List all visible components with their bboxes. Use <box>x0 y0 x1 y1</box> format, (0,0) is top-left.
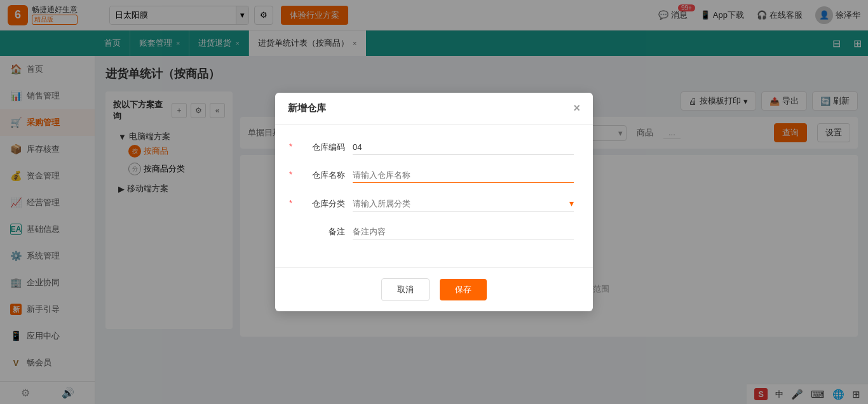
warehouse-category-input[interactable] <box>353 199 569 208</box>
modal-body: 仓库编码 仓库名称 仓库分类 ▾ 备注 <box>275 125 593 267</box>
warehouse-code-label: 仓库编码 <box>294 142 345 153</box>
remark-input[interactable] <box>353 224 574 239</box>
new-warehouse-modal: 新增仓库 × 仓库编码 仓库名称 仓库分类 ▾ <box>275 93 593 311</box>
category-dropdown-icon: ▾ <box>569 198 574 208</box>
warehouse-category-label: 仓库分类 <box>294 198 345 210</box>
warehouse-name-input[interactable] <box>353 168 574 183</box>
warehouse-category-select[interactable]: ▾ <box>353 196 574 212</box>
modal-title: 新增仓库 <box>288 102 326 114</box>
modal-header: 新增仓库 × <box>275 93 593 125</box>
modal-close-btn[interactable]: × <box>573 102 580 115</box>
form-row-category: 仓库分类 ▾ <box>294 196 574 212</box>
form-row-code: 仓库编码 <box>294 140 574 155</box>
form-row-remark: 备注 <box>294 224 574 239</box>
warehouse-name-label: 仓库名称 <box>294 170 345 181</box>
form-row-name: 仓库名称 <box>294 168 574 183</box>
save-button[interactable]: 保存 <box>440 279 487 300</box>
modal-overlay[interactable]: 新增仓库 × 仓库编码 仓库名称 仓库分类 ▾ <box>0 0 868 404</box>
cancel-button[interactable]: 取消 <box>381 278 430 301</box>
remark-label: 备注 <box>294 226 345 238</box>
modal-footer: 取消 保存 <box>275 267 593 311</box>
warehouse-code-input[interactable] <box>353 140 574 155</box>
